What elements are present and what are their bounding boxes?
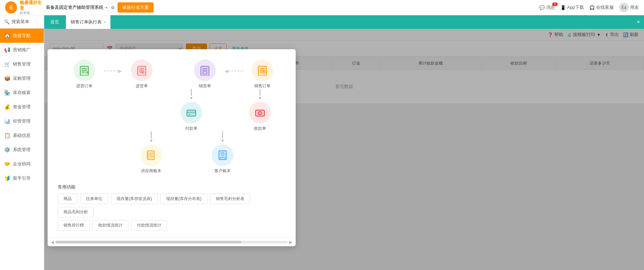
sidebar-item-inventory[interactable]: 🏪 库存核算 <box>0 86 44 100</box>
sidebar-item-enterprise[interactable]: 🤝 企业协同 <box>0 157 44 171</box>
top-bar-right: 💬 消息 5 📱 App下载 🎧 在线客服 Ea 用友 <box>539 3 639 12</box>
func-btn-sales-profit[interactable]: 销售毛利分析表 <box>210 194 250 204</box>
sidebar-item-sales[interactable]: 🛒 销售管理 <box>0 57 44 71</box>
sidebar-item-purchase[interactable]: 📦 采购管理 <box>0 71 44 86</box>
flow-node-sales-bill[interactable]: 销货单 <box>186 59 225 89</box>
basic-icon: 📋 <box>4 132 10 139</box>
system-title: 装备及固定资产辅助管理系统 <box>46 4 103 11</box>
newbie-icon: 🔰 <box>4 175 10 181</box>
func-buttons-row1: 商品 往来单位 现存量(库存状况表) 现存量(库存分布表) 销售毛利分析表 商品… <box>58 194 285 217</box>
sales-order-label: 销售订单 <box>254 83 271 89</box>
tab-close-right-button[interactable]: × <box>633 19 644 25</box>
app-download-button[interactable]: 📱 App下载 <box>560 4 584 11</box>
content-area: 首页 销售订单执行表 × × ❓ 帮助 🖨 按模板打印 <box>44 15 644 270</box>
scroll-left-button[interactable]: ◀ <box>51 240 54 245</box>
sidebar-item-quick-nav[interactable]: 🏠 快捷导航 <box>0 29 44 43</box>
svg-rect-30 <box>147 151 148 159</box>
flow-node-purchase-order[interactable]: 进货订单 <box>65 59 104 89</box>
sidebar-item-newbie[interactable]: 🔰 新手引导 <box>0 171 44 185</box>
func-btn-stock-dist[interactable]: 现存量(库存分布表) <box>160 194 207 204</box>
main-area: 🔍 搜索菜单 🏠 快捷导航 📢 营销推广 🛒 销售管理 📦 采购管理 🏪 <box>0 15 644 270</box>
tab-sales-order[interactable]: 销售订单执行表 × <box>66 15 110 29</box>
flow-node-customer-ledger[interactable]: 客户账本 <box>201 144 245 174</box>
logo-text: 畅康通好生意 标准版 <box>20 0 46 15</box>
sidebar-item-marketing[interactable]: 📢 营销推广 <box>0 43 44 57</box>
purchase-bill-label: 进货单 <box>136 83 148 89</box>
sidebar-item-label: 快捷导航 <box>13 33 31 39</box>
search-menu-button[interactable]: 🔍 搜索菜单 <box>0 15 44 29</box>
scroll-bar-area: ◀ ▶ <box>48 237 296 246</box>
scroll-track[interactable] <box>55 241 288 244</box>
service-icon: 🎧 <box>589 5 595 10</box>
func-buttons-row2: 销售排行榜 收款情况统计 付款情况统计 <box>58 220 285 231</box>
svg-rect-5 <box>138 66 146 76</box>
func-btn-sales-rank[interactable]: 销售排行榜 <box>58 220 90 231</box>
svg-rect-0 <box>80 66 88 76</box>
quick-nav-icon: 🏠 <box>4 33 10 39</box>
func-btn-receipt-stats[interactable]: 收款情况统计 <box>92 220 128 231</box>
flow-node-sales-order[interactable]: 销售订单 <box>243 59 282 89</box>
tab-close-icon[interactable]: × <box>104 20 106 24</box>
inventory-icon: 🏪 <box>4 90 10 96</box>
func-btn-payment-stats[interactable]: 付款情况统计 <box>131 220 167 231</box>
func-btn-product-profit[interactable]: 商品毛利分析 <box>58 207 94 217</box>
sidebar-item-label: 营销推广 <box>13 47 31 53</box>
receipt-circle: ¥ <box>249 102 271 124</box>
brand-sub: 标准版 <box>20 11 46 15</box>
tab-label: 销售订单执行表 <box>71 19 102 25</box>
scroll-thumb <box>55 241 241 244</box>
top-bar: 6 畅康通好生意 标准版 装备及固定资产辅助管理系统 ▼ ⚙ 体验行业方案 💬 … <box>0 0 644 15</box>
flow-node-purchase-bill[interactable]: 进货单 <box>122 59 161 89</box>
user-name: 用友 <box>630 4 639 11</box>
purchase-bill-circle <box>131 59 153 81</box>
online-service-button[interactable]: 🎧 在线客服 <box>589 4 614 11</box>
sidebar-item-label: 库存核算 <box>13 90 31 96</box>
flow-node-supplier-ledger[interactable]: 供应商账本 <box>129 144 173 174</box>
sidebar-item-label: 系统管理 <box>13 147 31 153</box>
settings-button[interactable]: ⚙ <box>108 3 118 12</box>
scroll-right-button[interactable]: ▶ <box>289 240 292 245</box>
sidebar-item-operations[interactable]: 📊 经营管理 <box>0 114 44 128</box>
download-icon: 📱 <box>560 5 566 10</box>
svg-rect-15 <box>258 66 266 76</box>
user-menu[interactable]: Ea 用友 <box>619 3 639 12</box>
sidebar-item-system[interactable]: ⚙️ 系统管理 <box>0 143 44 157</box>
svg-rect-22 <box>187 112 196 113</box>
func-btn-stock-status[interactable]: 现存量(库存状况表) <box>111 194 158 204</box>
sidebar-item-label: 基础信息 <box>13 132 31 139</box>
customer-ledger-label: 客户账本 <box>214 168 231 174</box>
func-btn-partner[interactable]: 往来单位 <box>80 194 108 204</box>
sales-bill-label: 销货单 <box>199 83 211 89</box>
sidebar-item-label: 资金管理 <box>13 104 31 110</box>
purchase-order-label: 进货订单 <box>76 83 92 89</box>
message-button[interactable]: 💬 消息 5 <box>539 4 555 11</box>
sidebar-item-finance[interactable]: 💰 资金管理 <box>0 100 44 114</box>
payment-label: 付款单 <box>185 126 197 131</box>
svg-rect-10 <box>201 66 209 76</box>
sales-icon: 🛒 <box>4 61 10 67</box>
search-icon: 🔍 <box>4 19 10 24</box>
tab-home[interactable]: 首页 <box>44 15 65 29</box>
flow-node-payment[interactable]: ¥ 付款单 <box>169 102 213 131</box>
sales-bill-circle <box>194 59 216 81</box>
receipt-label: 收款单 <box>254 126 266 131</box>
chevron-down-icon: ▼ <box>105 6 108 10</box>
sidebar-item-label: 采购管理 <box>13 75 31 82</box>
sales-order-circle <box>251 59 273 81</box>
message-badge: 5 <box>552 2 558 6</box>
flow-node-receipt[interactable]: ¥ 收款单 <box>238 102 282 131</box>
payment-circle: ¥ <box>180 102 202 124</box>
experience-button[interactable]: 体验行业方案 <box>118 2 154 13</box>
common-functions: 常用功能 商品 往来单位 现存量(库存状况表) 现存量(库存分布表) 销售毛利分… <box>48 181 296 237</box>
common-functions-title: 常用功能 <box>58 184 285 190</box>
logo-area: 6 畅康通好生意 标准版 <box>5 0 46 15</box>
purchase-order-circle <box>73 59 95 81</box>
system-title-dropdown[interactable]: 装备及固定资产辅助管理系统 ▼ <box>46 4 108 11</box>
func-btn-product[interactable]: 商品 <box>58 194 77 204</box>
supplier-ledger-label: 供应商账本 <box>141 168 161 174</box>
enterprise-icon: 🤝 <box>4 161 10 167</box>
modal-overlay: 进货订单 ▶ <box>44 29 644 270</box>
online-service-label: 在线客服 <box>596 4 614 11</box>
sidebar-item-basic[interactable]: 📋 基础信息 <box>0 128 44 143</box>
sidebar-item-label: 企业协同 <box>13 161 31 167</box>
